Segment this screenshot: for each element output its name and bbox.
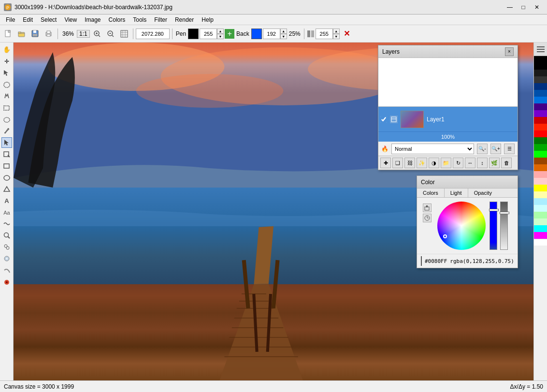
layer-zoom-out-btn[interactable]: 🔍- xyxy=(477,144,488,154)
layer-flip-h-btn[interactable]: ↔ xyxy=(465,158,475,168)
menu-view[interactable]: View xyxy=(60,15,81,24)
blur-tool-btn[interactable] xyxy=(1,253,12,264)
layer-duplicate-btn[interactable]: ❑ xyxy=(392,158,403,168)
layer-row-1[interactable]: Layer1 xyxy=(378,107,518,132)
back-up-arrow[interactable]: ▲ xyxy=(280,29,287,34)
layer-delete-btn[interactable]: 🗑 xyxy=(501,158,512,168)
layer-mask-btn[interactable]: ◑ xyxy=(429,158,439,168)
menu-select[interactable]: Select xyxy=(37,15,60,24)
color-wheel[interactable] xyxy=(437,202,486,250)
layer-link-btn[interactable]: ⛓ xyxy=(404,158,415,168)
extra-value-input[interactable] xyxy=(316,29,333,39)
save-button[interactable] xyxy=(29,28,42,40)
smudge-tool-btn[interactable] xyxy=(1,265,12,276)
layer-zoom-in-btn[interactable]: 🔍+ xyxy=(490,144,501,154)
swatch-magenta[interactable] xyxy=(534,232,547,239)
rect-select-btn[interactable] xyxy=(1,102,12,113)
pen-up-arrow[interactable]: ▲ xyxy=(217,29,224,34)
swatch-dark1[interactable] xyxy=(534,70,547,76)
blue-slider-track[interactable] xyxy=(489,202,497,250)
ellipse-draw-btn[interactable] xyxy=(1,172,12,183)
magnify-tool-btn[interactable] xyxy=(1,230,12,241)
swatch-lightblue2[interactable] xyxy=(534,205,547,212)
swatch-green2[interactable] xyxy=(534,144,547,151)
droppper-tool-btn[interactable] xyxy=(1,126,12,136)
color-wheel-disc[interactable] xyxy=(437,202,486,250)
menu-file[interactable]: File xyxy=(2,15,19,24)
menu-edit[interactable]: Edit xyxy=(19,15,37,24)
minimize-button[interactable]: — xyxy=(504,2,516,12)
zoom-in-button[interactable] xyxy=(91,28,103,40)
swatch-orange1[interactable] xyxy=(534,158,547,164)
layer-effect-btn[interactable]: ✨ xyxy=(417,158,427,168)
swatch-purple2[interactable] xyxy=(534,110,547,117)
lasso-tool-btn[interactable] xyxy=(1,79,12,90)
palette-menu-icon[interactable] xyxy=(536,44,546,54)
back-value-input[interactable] xyxy=(263,29,280,39)
zoom-out-button[interactable] xyxy=(104,28,117,40)
tab-colors[interactable]: Colors xyxy=(417,189,445,197)
swatch-black[interactable] xyxy=(534,56,547,70)
swatch-blue1[interactable] xyxy=(534,90,547,97)
swatch-red2[interactable] xyxy=(534,124,547,131)
swatch-orange2[interactable] xyxy=(534,164,547,171)
swatch-lightgreen2[interactable] xyxy=(534,218,547,225)
warp-tool-btn[interactable] xyxy=(1,218,12,229)
swatch-red-bright[interactable] xyxy=(534,131,547,137)
color-history-icon-btn[interactable] xyxy=(423,214,432,222)
red-eye-btn[interactable] xyxy=(1,276,12,287)
layer-tree-btn[interactable]: 🌿 xyxy=(489,158,500,168)
layer-add-btn[interactable]: ✚ xyxy=(380,158,391,168)
new-button[interactable] xyxy=(2,28,14,40)
close-button[interactable]: ✕ xyxy=(531,2,543,12)
extra-down-arrow[interactable]: ▼ xyxy=(333,34,340,39)
font-tool-btn[interactable]: Aa xyxy=(1,207,12,218)
swatch-darkblue[interactable] xyxy=(534,83,547,90)
layer-flip-v-btn[interactable]: ↕ xyxy=(477,158,488,168)
blue-slider-thumb[interactable] xyxy=(489,209,499,211)
triangle-draw-btn[interactable] xyxy=(1,184,12,194)
layer-rotate-btn[interactable]: ↻ xyxy=(453,158,463,168)
back-down-arrow[interactable]: ▼ xyxy=(280,34,287,39)
swatch-green1[interactable] xyxy=(534,137,547,144)
maximize-button[interactable]: □ xyxy=(517,2,530,12)
pen-add-button[interactable]: + xyxy=(225,29,234,39)
grid-button[interactable] xyxy=(118,28,130,40)
swatch-yellow1[interactable] xyxy=(534,185,547,191)
swatch-cyan[interactable] xyxy=(534,225,547,232)
layer-panel-btn[interactable]: ☰ xyxy=(504,144,515,154)
magic-wand-btn[interactable] xyxy=(1,149,12,160)
layer-mode-select[interactable]: Normal Multiply Screen Overlay xyxy=(391,144,474,154)
pen-down-arrow[interactable]: ▼ xyxy=(217,34,224,39)
swatch-red1[interactable] xyxy=(534,117,547,124)
menu-render[interactable]: Render xyxy=(171,15,198,24)
pointer-tool-btn[interactable] xyxy=(1,137,12,148)
swatch-blue2[interactable] xyxy=(534,97,547,103)
layer-visibility-checkbox[interactable] xyxy=(380,116,387,123)
cursor-position-input[interactable] xyxy=(136,29,170,39)
menu-help[interactable]: Help xyxy=(198,15,217,24)
menu-filter[interactable]: Filter xyxy=(150,15,171,24)
color-picker-icon-btn[interactable] xyxy=(423,203,432,212)
move-tool-btn[interactable]: ✛ xyxy=(1,56,12,67)
swatch-dark2[interactable] xyxy=(534,76,547,83)
pan-tool-btn[interactable]: ✋ xyxy=(1,44,12,55)
rect-draw-btn[interactable] xyxy=(1,160,12,171)
swatch-green-bright[interactable] xyxy=(534,151,547,158)
swatch-purple1[interactable] xyxy=(534,103,547,110)
clear-button[interactable]: ✕ xyxy=(341,28,353,40)
text-tool-btn[interactable]: A xyxy=(1,195,12,206)
open-button[interactable] xyxy=(15,28,28,40)
menu-tools[interactable]: Tools xyxy=(129,15,150,24)
extra-up-arrow[interactable]: ▲ xyxy=(333,29,340,34)
swatch-lightgreen1[interactable] xyxy=(534,212,547,218)
pen-color-box[interactable] xyxy=(188,29,199,39)
swatch-pink2[interactable] xyxy=(534,178,547,185)
opacity-slider-thumb[interactable] xyxy=(500,212,509,214)
clone-tool-btn[interactable] xyxy=(1,242,12,252)
zoom-1to1[interactable]: 1:1 xyxy=(77,30,90,38)
pen-value-input[interactable] xyxy=(200,29,217,39)
tab-light[interactable]: Light xyxy=(445,189,468,197)
swatch-yellow2[interactable] xyxy=(534,191,547,198)
print-button[interactable] xyxy=(43,28,55,40)
